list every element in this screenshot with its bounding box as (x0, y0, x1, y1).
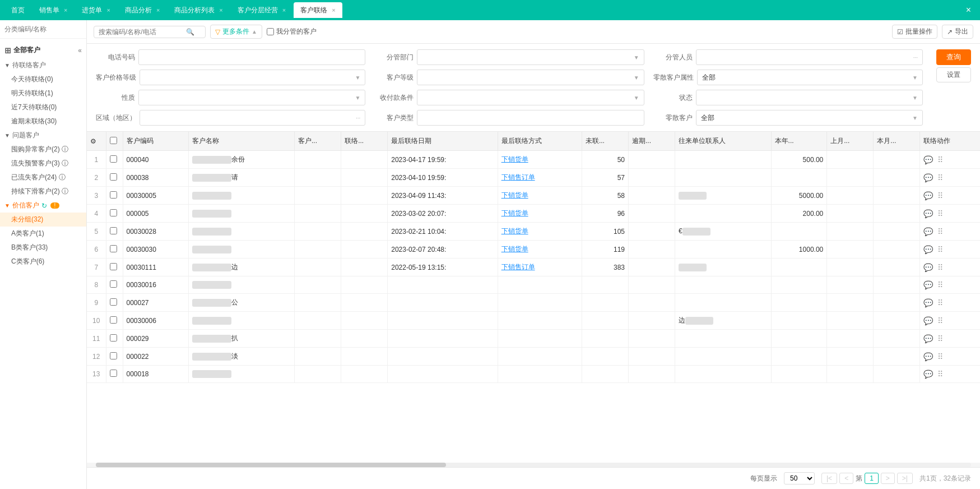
row-checkbox[interactable] (110, 316, 117, 324)
more-conditions-button[interactable]: ▽ 更多条件 ▲ (210, 25, 262, 39)
status-select[interactable]: ▼ (696, 90, 923, 105)
sidebar-item-tomorrow-pending[interactable]: 明天待联络(1) (0, 86, 86, 100)
sidebar-item-b-class[interactable]: B类客户(33) (0, 241, 86, 255)
more-actions-icon[interactable]: ⠿ (937, 191, 943, 200)
bulk-operation-button[interactable]: ☑ 批量操作 (892, 25, 937, 39)
more-actions-icon[interactable]: ⠿ (937, 209, 943, 218)
refresh-icon[interactable]: ↻ (41, 202, 47, 210)
last-method-link[interactable]: 下销售订单 (501, 173, 535, 181)
message-icon[interactable]: 💬 (923, 263, 933, 272)
customer-level-select[interactable]: ▼ (417, 70, 644, 85)
sidebar-section-problem[interactable]: ▼ 问题客户 (0, 128, 86, 142)
last-method-link[interactable]: 下销货单 (501, 227, 528, 235)
close-segment-tab[interactable]: × (282, 7, 286, 13)
last-method-link[interactable]: 下销货单 (501, 155, 528, 163)
more-actions-icon[interactable]: ⠿ (937, 173, 943, 182)
horizontal-scrollbar[interactable] (96, 463, 971, 467)
row-checkbox[interactable] (110, 191, 117, 199)
export-button[interactable]: ↗ 导出 (942, 25, 973, 39)
close-sales-tab[interactable]: × (64, 7, 67, 13)
more-actions-icon[interactable]: ⠿ (937, 298, 943, 307)
first-page-button[interactable]: |< (821, 473, 837, 484)
last-method-link[interactable]: 下销售订单 (501, 263, 535, 271)
payment-select[interactable]: ▼ (417, 90, 644, 105)
row-checkbox[interactable] (110, 352, 117, 359)
manager-select[interactable]: ··· (696, 49, 923, 65)
sidebar-item-today-pending[interactable]: 今天待联络(0) (0, 72, 86, 86)
sidebar-item-hoarding[interactable]: 囤购异常客户(2) ⓘ (0, 142, 86, 156)
tab-sales[interactable]: 销售单 × (32, 2, 74, 18)
region-select[interactable]: ··· (140, 110, 365, 126)
scrollbar-thumb[interactable] (96, 463, 446, 467)
row-checkbox[interactable] (110, 245, 117, 252)
prev-page-button[interactable]: < (839, 473, 853, 484)
my-customers-checkbox-label[interactable]: 我分管的客户 (267, 27, 317, 36)
more-actions-icon[interactable]: ⠿ (937, 263, 943, 272)
more-actions-icon[interactable]: ⠿ (937, 155, 943, 164)
tab-customer-segment[interactable]: 客户分层经营 × (231, 2, 292, 18)
row-checkbox[interactable] (110, 263, 117, 270)
retail-customer-select[interactable]: 全部 ▼ (696, 110, 923, 126)
toolbar-search-input[interactable] (99, 28, 183, 36)
row-checkbox[interactable] (110, 334, 117, 342)
sidebar-search-input[interactable] (4, 25, 87, 33)
sidebar-item-all-customers[interactable]: ⊞ 全部客户 « (0, 42, 86, 58)
more-actions-icon[interactable]: ⠿ (937, 245, 943, 254)
last-method-link[interactable]: 下销货单 (501, 191, 528, 199)
row-checkbox[interactable] (110, 227, 117, 234)
tab-customer-contact[interactable]: 客户联络 × (294, 2, 342, 18)
dept-select[interactable]: ▼ (417, 49, 644, 65)
message-icon[interactable]: 💬 (923, 191, 933, 200)
message-icon[interactable]: 💬 (923, 334, 933, 343)
tab-home[interactable]: 首页 (4, 2, 31, 18)
select-all-checkbox[interactable] (110, 137, 117, 144)
sidebar-item-ungroup[interactable]: 未分组(32) (0, 213, 86, 227)
row-checkbox[interactable] (110, 370, 117, 377)
sidebar-item-c-class[interactable]: C类客户(6) (0, 255, 86, 269)
more-actions-icon[interactable]: ⠿ (937, 334, 943, 343)
customer-type-select[interactable] (417, 110, 644, 126)
my-customers-checkbox[interactable] (267, 28, 274, 35)
message-icon[interactable]: 💬 (923, 209, 933, 218)
row-checkbox[interactable] (110, 155, 117, 163)
more-actions-icon[interactable]: ⠿ (937, 280, 943, 289)
close-contact-tab[interactable]: × (332, 7, 335, 13)
sidebar-item-churn-warning[interactable]: 流失预警客户(3) ⓘ (0, 156, 86, 170)
phone-input[interactable] (138, 49, 365, 65)
message-icon[interactable]: 💬 (923, 280, 933, 289)
sidebar-item-a-class[interactable]: A类客户(1) (0, 227, 86, 241)
tab-analysis-list[interactable]: 商品分析列表 × (168, 2, 229, 18)
last-method-link[interactable]: 下销货单 (501, 245, 528, 253)
message-icon[interactable]: 💬 (923, 155, 933, 164)
message-icon[interactable]: 💬 (923, 227, 933, 236)
reset-button[interactable]: 设置 (936, 67, 971, 82)
tab-purchase[interactable]: 进货单 × (75, 2, 117, 18)
sidebar-item-declining[interactable]: 持续下滑客户(2) ⓘ (0, 184, 86, 199)
message-icon[interactable]: 💬 (923, 298, 933, 307)
window-close-button[interactable]: × (962, 5, 976, 15)
message-icon[interactable]: 💬 (923, 173, 933, 182)
message-icon[interactable]: 💬 (923, 316, 933, 325)
message-icon[interactable]: 💬 (923, 370, 933, 379)
next-page-button[interactable]: > (881, 473, 895, 484)
close-purchase-tab[interactable]: × (106, 7, 110, 13)
close-analysis-tab[interactable]: × (156, 7, 160, 13)
toolbar-search-icon[interactable]: 🔍 (186, 28, 194, 36)
message-icon[interactable]: 💬 (923, 245, 933, 254)
more-actions-icon[interactable]: ⠿ (937, 370, 943, 379)
sidebar-item-week-pending[interactable]: 近7天待联络(0) (0, 100, 86, 114)
message-icon[interactable]: 💬 (923, 352, 933, 361)
price-level-select[interactable]: ▼ (140, 70, 365, 85)
nature-select[interactable]: ▼ (138, 90, 365, 105)
retail-attr-select[interactable]: 全部 ▼ (697, 70, 923, 85)
sidebar-section-pending[interactable]: ▼ 待联络客户 (0, 58, 86, 72)
last-method-link[interactable]: 下销货单 (501, 209, 528, 217)
row-checkbox[interactable] (110, 280, 117, 288)
last-page-button[interactable]: >| (897, 473, 913, 484)
sidebar-section-price[interactable]: ▼ 价信客户 ↻ ! (0, 199, 86, 213)
page-size-select[interactable]: 50 100 200 (784, 472, 815, 485)
close-analysis-list-tab[interactable]: × (219, 7, 222, 13)
settings-icon[interactable]: ⚙ (90, 137, 96, 145)
row-checkbox[interactable] (110, 298, 117, 306)
sidebar-item-lost[interactable]: 已流失客户(24) ⓘ (0, 170, 86, 184)
